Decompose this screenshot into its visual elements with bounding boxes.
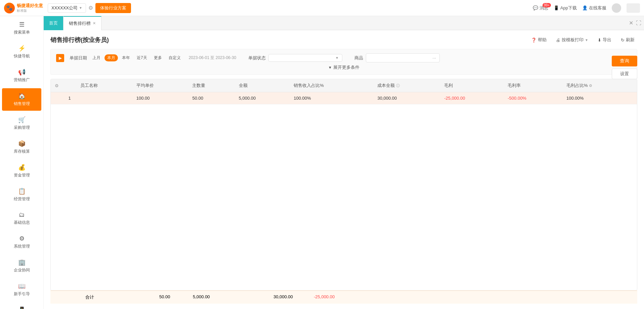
trial-button[interactable]: 体验行业方案 xyxy=(95,3,131,13)
sidebar-item-inventory[interactable]: 📦 库存核算 xyxy=(2,136,41,158)
tab-close-window-icon[interactable]: ✕ xyxy=(629,20,633,26)
sales-icon: 🏠 xyxy=(18,92,26,100)
col-sales-pct: 销售收入占比% xyxy=(290,79,373,92)
print-chevron-icon: ▼ xyxy=(585,38,588,42)
date-tab-current-year[interactable]: 本年 xyxy=(119,54,133,61)
refresh-button[interactable]: ↻ 刷新 xyxy=(618,36,637,44)
sidebar-item-purchase[interactable]: 🛒 采购管理 xyxy=(2,112,41,135)
tab-home[interactable]: 首页 xyxy=(44,16,63,30)
date-tab-last-month[interactable]: 上月 xyxy=(90,54,103,61)
table-header-row: ⚙ 员工名称 平均单价 主数量 全额 销售收入占比% 成本全额 ⓘ 毛利 xyxy=(51,79,637,92)
guide-icon: 📖 xyxy=(18,282,26,290)
avatar[interactable] xyxy=(612,3,621,13)
sidebar-item-marketing[interactable]: 📢 营销推广 xyxy=(2,64,41,87)
sidebar-item-system[interactable]: ⚙ 系统管理 xyxy=(2,231,41,253)
row-gross-cell: -25,000.00 xyxy=(440,92,504,104)
sales-table: ⚙ 员工名称 平均单价 主数量 全额 销售收入占比% 成本全额 ⓘ 毛利 xyxy=(51,79,637,104)
date-label: 单据日期 xyxy=(70,55,87,61)
app-icon: 📱 xyxy=(554,5,559,10)
tab-sales-rank[interactable]: 销售排行榜 ✕ xyxy=(63,16,101,30)
message-button[interactable]: 💬 消息 99+ xyxy=(533,5,548,11)
row-avg-price-cell: 100.00 xyxy=(132,92,188,104)
operations-icon: 📋 xyxy=(18,188,26,195)
table-footer: 合计 50.00 5,000.00 30,000.00 -25,000.00 xyxy=(50,291,637,304)
help-button[interactable]: ❓ 帮助 xyxy=(528,36,549,44)
footer-quantity-cell: 50.00 xyxy=(155,294,189,300)
logo: 🐾 畅捷通好生意 标准版 xyxy=(4,3,43,13)
settings-icon[interactable]: ⚙ xyxy=(86,3,95,13)
filter-goods: 商品 ··· xyxy=(354,53,440,62)
app-download-label: App下载 xyxy=(560,5,577,11)
online-service-button[interactable]: 👤 在线客服 xyxy=(582,5,606,11)
chevron-down-icon: ▼ xyxy=(328,65,332,69)
tab-home-label: 首页 xyxy=(49,20,58,26)
filter-toggle-icon[interactable]: ▶ xyxy=(56,54,64,62)
col-gross-rate: 毛利率 xyxy=(504,79,562,92)
sidebar-item-sales[interactable]: 🏠 销售管理 xyxy=(2,88,41,111)
sidebar-item-guide[interactable]: 📖 新手引导 xyxy=(2,278,41,301)
sidebar-item-operations[interactable]: 📋 经营管理 xyxy=(2,184,41,206)
status-chevron-icon: ▼ xyxy=(335,56,339,60)
top-bar: 🐾 畅捷通好生意 标准版 XXXXXX公司 ▼ ⚙ 体验行业方案 💬 消息 99… xyxy=(0,0,644,16)
goods-input[interactable]: ··· xyxy=(366,53,440,62)
top-bar-left: 🐾 畅捷通好生意 标准版 xyxy=(4,3,48,13)
help-icon: ❓ xyxy=(531,38,536,43)
sidebar-label-basic: 基础信息 xyxy=(14,220,30,225)
export-icon: ⬇ xyxy=(598,38,601,43)
filter-date: 单据日期 上月 本月 本年 近7天 更多 自定义 xyxy=(70,54,183,61)
sidebar-item-funds[interactable]: 💰 资金管理 xyxy=(2,160,41,182)
date-tab-custom[interactable]: 自定义 xyxy=(166,54,183,61)
app-download-button[interactable]: 📱 App下载 xyxy=(554,5,577,11)
filter-status: 单据状态 ▼ xyxy=(248,54,342,62)
date-range: 2023-06-01 至 2023-06-30 xyxy=(189,55,236,61)
expand-more-button[interactable]: ▼ 展开更多条件 xyxy=(56,62,632,70)
footer-label-cell xyxy=(54,294,81,300)
sidebar-label-sales: 销售管理 xyxy=(14,101,30,107)
service-icon: 👤 xyxy=(582,5,588,10)
sidebar-label-search: 搜索菜单 xyxy=(14,30,30,35)
purchase-icon: 🛒 xyxy=(18,116,26,123)
sidebar-item-basic[interactable]: 🗂 基础信息 xyxy=(2,207,41,229)
footer-gross-rate-cell xyxy=(350,294,384,300)
row-gross-rate-cell: -500.00% xyxy=(504,92,562,104)
col-quantity: 主数量 xyxy=(188,79,234,92)
online-service-label: 在线客服 xyxy=(589,5,606,11)
sidebar-label-operations: 经营管理 xyxy=(14,196,30,202)
tab-maximize-icon[interactable]: ⛶ xyxy=(636,20,641,26)
sidebar-item-apps[interactable]: 📱 应用中心 xyxy=(2,302,41,309)
sidebar-item-search[interactable]: ☰ 搜索菜单 xyxy=(2,17,41,39)
sidebar-label-funds: 资金管理 xyxy=(14,172,30,178)
table-wrapper: ⚙ 员工名称 平均单价 主数量 全额 销售收入占比% 成本全额 ⓘ 毛利 xyxy=(50,79,637,291)
print-button[interactable]: 🖨 按模板打印 ▼ xyxy=(553,36,591,44)
chevron-down-icon: ▼ xyxy=(79,6,82,10)
main-layout: ☰ 搜索菜单 ⚡ 快捷导航 📢 营销推广 🏠 销售管理 🛒 采购管理 📦 库存核… xyxy=(0,16,644,309)
date-tab-7days[interactable]: 近7天 xyxy=(134,54,150,61)
table-settings-button[interactable]: 设置 xyxy=(612,68,637,79)
row-sales-pct-cell: 100.00% xyxy=(290,92,373,104)
query-button[interactable]: 查询 xyxy=(612,56,637,66)
company-selector[interactable]: XXXXXX公司 ▼ xyxy=(48,3,86,13)
date-tab-more[interactable]: 更多 xyxy=(151,54,165,61)
tab-close-icon[interactable]: ✕ xyxy=(93,21,96,25)
col-employee: 员工名称 xyxy=(76,79,132,92)
row-index-cell: 1 xyxy=(63,92,76,104)
table-row: 1 100.00 50.00 5,000.00 100.00% 30,000.0… xyxy=(51,92,637,104)
date-tab-current-month[interactable]: 本月 xyxy=(104,54,118,61)
refresh-icon: ↻ xyxy=(621,38,625,43)
status-select[interactable]: ▼ xyxy=(268,54,342,62)
col-gross: 毛利 xyxy=(440,79,504,92)
export-button[interactable]: ⬇ 导出 xyxy=(595,36,614,44)
sidebar-label-enterprise: 企业协同 xyxy=(14,267,30,273)
sidebar-label-marketing: 营销推广 xyxy=(14,77,30,83)
sidebar-item-quicknav[interactable]: ⚡ 快捷导航 xyxy=(2,41,41,63)
row-cost-cell: 30,000.00 xyxy=(373,92,440,104)
cost-info-icon: ⓘ xyxy=(396,84,400,88)
row-quantity-cell: 50.00 xyxy=(188,92,234,104)
col-avg-price: 平均单价 xyxy=(132,79,188,92)
col-settings[interactable]: ⚙ xyxy=(51,79,63,92)
footer-gross-cell: -25,000.00 xyxy=(310,294,350,300)
basic-icon: 🗂 xyxy=(19,211,25,218)
gross-pct-icon: ⚙ xyxy=(589,84,592,88)
col-cost: 成本全额 ⓘ xyxy=(373,79,440,92)
sidebar-item-enterprise[interactable]: 🏢 企业协同 xyxy=(2,255,41,277)
